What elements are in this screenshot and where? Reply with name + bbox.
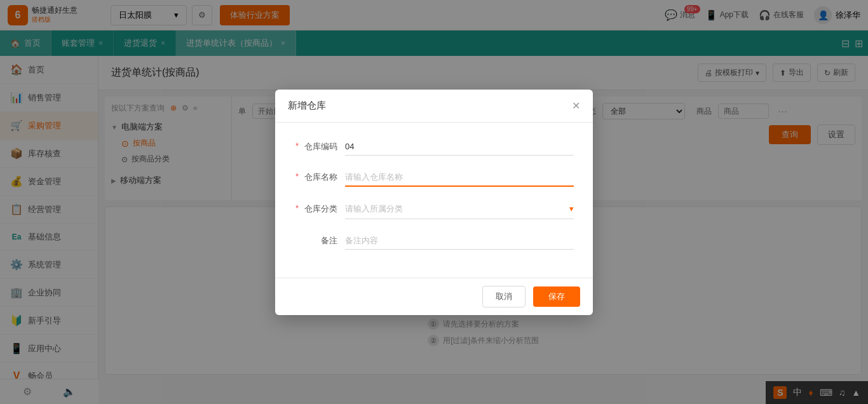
name-input[interactable] [345,168,574,187]
modal-header: 新增仓库 ✕ [275,90,593,123]
code-label: 仓库编码 [294,141,345,152]
form-row-name: 仓库名称 [294,168,574,187]
save-button[interactable]: 保存 [533,286,580,307]
form-row-remark: 备注 [294,232,574,250]
category-label: 仓库分类 [294,203,345,215]
category-placeholder: 请输入所属分类 [345,203,403,215]
name-label: 仓库名称 [294,172,345,183]
modal-title: 新增仓库 [288,100,326,112]
category-chevron-icon: ▾ [569,204,574,213]
modal-overlay[interactable]: 新增仓库 ✕ 仓库编码 仓库名称 仓库分类 请输入所属分类 ▾ [0,0,868,404]
new-warehouse-modal: 新增仓库 ✕ 仓库编码 仓库名称 仓库分类 请输入所属分类 ▾ [275,90,593,315]
form-row-category: 仓库分类 请输入所属分类 ▾ [294,199,574,219]
cancel-button[interactable]: 取消 [482,286,526,307]
category-select[interactable]: 请输入所属分类 ▾ [345,199,574,219]
code-input[interactable] [345,138,574,156]
modal-footer: 取消 保存 [275,278,593,315]
modal-body: 仓库编码 仓库名称 仓库分类 请输入所属分类 ▾ 备注 [275,123,593,278]
form-row-code: 仓库编码 [294,138,574,156]
remark-input[interactable] [345,232,574,250]
modal-close-button[interactable]: ✕ [572,100,580,112]
remark-label: 备注 [294,235,345,246]
